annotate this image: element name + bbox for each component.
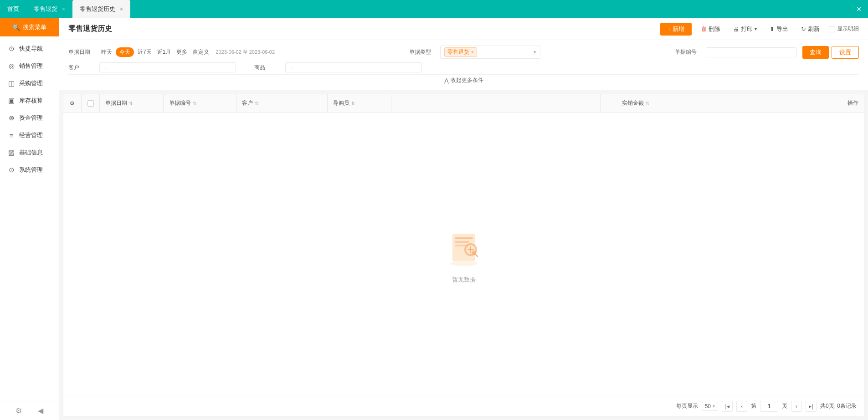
goods-filter-input[interactable]: ... [285, 62, 422, 72]
collapse-button[interactable]: ⋀ 收起更多条件 [444, 77, 483, 84]
date-custom-btn[interactable]: 自定义 [191, 47, 211, 57]
type-tag-close[interactable]: × [471, 50, 474, 55]
tab-retail-return-label: 零售退货 [34, 5, 57, 13]
refresh-button[interactable]: ↻ 刷新 [797, 23, 823, 35]
empty-state: 暂无数据 [63, 113, 864, 396]
query-button[interactable]: 查询 [802, 46, 829, 59]
filter-row-1: 单据日期 昨天 今天 近7天 近1月 更多 自定义 2023-06-02 至 2… [68, 46, 859, 59]
tab-home-label: 首页 [7, 5, 19, 13]
page-unit: 页 [782, 402, 787, 410]
svg-line-10 [475, 254, 478, 256]
date-range-text: 2023-06-02 至 2023-06-02 [216, 49, 275, 56]
per-page-label: 每页显示 [676, 402, 698, 410]
goods-filter-label: 商品 [254, 64, 282, 72]
svg-rect-2 [455, 237, 473, 239]
export-button[interactable]: ⬆ 导出 [766, 23, 792, 35]
sidebar: 🔍 搜索菜单 ⊙ 快捷导航 ◎ 销售管理 ◫ 采购管理 ▣ 库存核算 ⊛ 资金管 [0, 18, 59, 420]
settings-button[interactable]: 设置 [832, 46, 859, 59]
filter-area: 单据日期 昨天 今天 近7天 近1月 更多 自定义 2023-06-02 至 2… [59, 40, 868, 90]
no-filter-input[interactable] [706, 47, 797, 57]
select-all-checkbox[interactable] [87, 100, 94, 107]
sidebar-item-quick-nav[interactable]: ⊙ 快捷导航 [0, 40, 59, 57]
customer-ellipsis: ... [103, 64, 108, 71]
settings-gear-icon[interactable]: ⚙ [15, 406, 22, 415]
empty-illustration [441, 225, 487, 270]
show-detail-checkbox[interactable] [829, 26, 835, 32]
sidebar-item-sales-label: 销售管理 [19, 62, 43, 70]
collapse-sidebar-icon[interactable]: ◀ [38, 406, 43, 415]
new-button[interactable]: + 新增 [660, 23, 692, 36]
pagination-bar: 每页显示 50 ▾ |◂ ‹ 第 页 › ▸| 共0页, 0条记录 [63, 396, 864, 416]
show-detail-toggle[interactable]: 显示明细 [829, 25, 859, 33]
purchase-icon: ◫ [7, 79, 15, 87]
collapse-label: 收起更多条件 [451, 77, 483, 84]
type-filter-select[interactable]: 零售退货 × ▾ [440, 46, 540, 59]
system-icon: ⊙ [7, 166, 15, 174]
th-customer-sort-icon: ⇅ [255, 101, 258, 106]
last-page-button[interactable]: ▸| [806, 401, 817, 412]
sidebar-item-purchase[interactable]: ◫ 采购管理 [0, 75, 59, 92]
date-yesterday-btn[interactable]: 昨天 [99, 47, 114, 57]
print-button[interactable]: 🖨 打印 ▾ [729, 23, 760, 35]
sidebar-item-finance[interactable]: ⊛ 资金管理 [0, 109, 59, 127]
sidebar-item-operations[interactable]: ≡ 经营管理 [0, 127, 59, 144]
table-settings-icon: ⚙ [70, 100, 75, 107]
tab-retail-return[interactable]: 零售退货 × [26, 0, 72, 18]
tab-retail-return-history[interactable]: 零售退货历史 × [72, 0, 130, 18]
delete-label: 删除 [709, 25, 720, 33]
first-page-button[interactable]: |◂ [722, 401, 733, 412]
tab-retail-return-close[interactable]: × [62, 6, 65, 12]
search-menu-button[interactable]: 🔍 搜索菜单 [0, 18, 59, 36]
th-customer[interactable]: 客户 ⇅ [236, 94, 328, 112]
next-page-button[interactable]: › [791, 401, 802, 412]
th-checkbox[interactable] [82, 94, 100, 112]
sidebar-item-inventory[interactable]: ▣ 库存核算 [0, 92, 59, 109]
tab-home[interactable]: 首页 [0, 0, 26, 18]
th-guide-sort-icon: ⇅ [351, 101, 355, 106]
delete-button[interactable]: 🗑 删除 [697, 23, 724, 35]
sidebar-item-system[interactable]: ⊙ 系统管理 [0, 161, 59, 179]
no-filter-label: 单据编号 [675, 48, 702, 56]
goods-ellipsis: ... [289, 64, 294, 71]
search-icon: 🔍 [12, 24, 20, 31]
th-date-label: 单据日期 [105, 99, 127, 107]
svg-rect-3 [455, 241, 469, 243]
sidebar-item-basic-info[interactable]: ▨ 基础信息 [0, 144, 59, 161]
inventory-icon: ▣ [7, 97, 15, 105]
delete-icon: 🗑 [701, 26, 707, 32]
th-date[interactable]: 单据日期 ⇅ [100, 94, 164, 112]
date-more-btn[interactable]: 更多 [175, 47, 189, 57]
print-label: 打印 [741, 25, 753, 33]
per-page-select[interactable]: 50 ▾ [702, 402, 718, 411]
tab-retail-return-history-close[interactable]: × [120, 6, 123, 12]
date-today-btn[interactable]: 今天 [116, 47, 134, 57]
th-settings[interactable]: ⚙ [63, 94, 82, 112]
table-area: ⚙ 单据日期 ⇅ 单据编号 ⇅ 客户 ⇅ 导购员 [63, 94, 864, 416]
sidebar-item-sales[interactable]: ◎ 销售管理 [0, 57, 59, 75]
th-no-label: 单据编号 [169, 99, 191, 107]
prev-page-button[interactable]: ‹ [736, 401, 747, 412]
date-7days-btn[interactable]: 近7天 [136, 47, 154, 57]
header-actions: + 新增 🗑 删除 🖨 打印 ▾ ⬆ 导出 ↻ 刷新 [660, 23, 859, 36]
th-spacer [391, 94, 601, 112]
window-close-button[interactable]: × [850, 0, 868, 18]
content-area: 零售退货历史 + 新增 🗑 删除 🖨 打印 ▾ ⬆ 导出 ↻ [59, 18, 868, 420]
sidebar-item-finance-label: 资金管理 [19, 114, 43, 122]
customer-filter-input[interactable]: ... [99, 62, 236, 72]
th-customer-label: 客户 [242, 99, 253, 107]
refresh-label: 刷新 [808, 25, 820, 33]
th-guide[interactable]: 导购员 ⇅ [328, 94, 391, 112]
th-amount[interactable]: 实销金额 ⇅ [601, 94, 655, 112]
collapse-up-icon: ⋀ [444, 77, 449, 84]
th-no[interactable]: 单据编号 ⇅ [164, 94, 236, 112]
print-icon: 🖨 [733, 26, 739, 32]
page-number-input[interactable] [760, 401, 778, 412]
basic-info-icon: ▨ [7, 149, 15, 157]
th-amount-label: 实销金额 [622, 99, 644, 107]
show-detail-text: 显示明细 [837, 25, 859, 33]
th-ops: 操作 [655, 94, 864, 112]
type-select-dropdown-icon: ▾ [534, 49, 536, 55]
sidebar-nav: ⊙ 快捷导航 ◎ 销售管理 ◫ 采购管理 ▣ 库存核算 ⊛ 资金管理 ≡ 经营管… [0, 36, 59, 401]
collapse-row: ⋀ 收起更多条件 [68, 74, 859, 86]
date-1month-btn[interactable]: 近1月 [155, 47, 173, 57]
